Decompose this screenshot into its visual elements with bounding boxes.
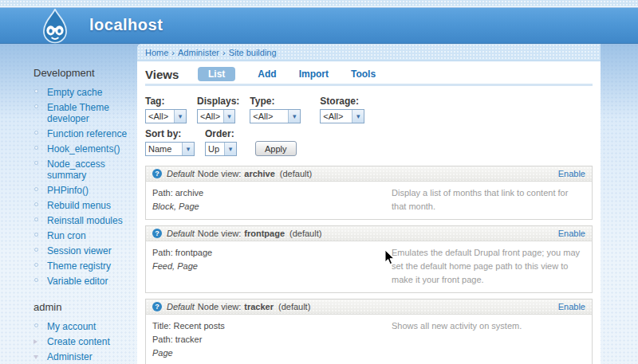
filter-label: Displays: — [197, 96, 239, 107]
breadcrumb-separator: › — [171, 48, 175, 57]
view-title: Title: Recent posts — [152, 319, 392, 333]
enable-link[interactable]: Enable — [558, 169, 585, 178]
drupal-logo-icon[interactable] — [35, 6, 75, 51]
select-value: <All> — [148, 112, 168, 121]
help-icon[interactable]: ? — [152, 302, 162, 311]
sidebar-item-variable-editor[interactable]: Variable editor — [33, 276, 145, 287]
sidebar-item-rebuild-menus[interactable]: Rebuild menus — [33, 200, 145, 211]
view-path: Path: frontpage — [152, 246, 392, 260]
sidebar-item-phpinfo[interactable]: PHPinfo() — [33, 185, 145, 196]
view-path: Path: archive — [152, 186, 392, 200]
sidebar-item-theme-registry[interactable]: Theme registry — [33, 260, 145, 272]
sidebar-item-label[interactable]: Theme registry — [47, 260, 111, 272]
dropdown-arrow-icon: ▾ — [352, 110, 364, 123]
view-row-header: ? Default Node view: tracker (default) E… — [146, 299, 592, 315]
sidebar-item-run-cron[interactable]: Run cron — [33, 230, 145, 241]
sidebar-item-my-account[interactable]: My account — [33, 321, 145, 332]
sidebar-item-enable-theme-developer[interactable]: Enable Theme developer — [33, 102, 145, 124]
filter-row-2: Sort by: Name ▾ Order: Up ▾ Apply — [145, 128, 593, 156]
site-name-link[interactable]: localhost — [89, 16, 163, 34]
view-path: Path: tracker — [152, 333, 392, 346]
collapsed-arrow-icon[interactable] — [33, 336, 47, 344]
order-select[interactable]: Up ▾ — [205, 142, 237, 156]
view-default-suffix: (default) — [289, 229, 321, 238]
sidebar-item-label[interactable]: Create content — [47, 336, 110, 347]
enable-link[interactable]: Enable — [558, 229, 585, 238]
filter-storage: Storage: <All> ▾ — [320, 96, 364, 123]
storage-select[interactable]: <All> ▾ — [320, 109, 364, 123]
sidebar-item-node-access-summary[interactable]: Node_access summary — [33, 159, 145, 181]
sidebar-item-label[interactable]: Reinstall modules — [47, 215, 123, 226]
main-content: Views List Add Import Tools Tag: <All> ▾… — [137, 61, 601, 364]
enable-link[interactable]: Enable — [558, 302, 585, 311]
sidebar-item-function-reference[interactable]: Function reference — [33, 128, 145, 139]
page-title: Views — [145, 68, 193, 81]
type-select[interactable]: <All> ▾ — [250, 109, 301, 123]
dropdown-arrow-icon: ▾ — [224, 143, 236, 155]
view-default-suffix: (default) — [278, 302, 310, 311]
select-value: Name — [148, 144, 171, 154]
view-name: frontpage — [244, 229, 285, 238]
view-displays: Feed, Page — [152, 260, 392, 273]
sidebar-item-administer[interactable]: Administer — [33, 351, 145, 362]
breadcrumb-site-building[interactable]: Site building — [229, 48, 277, 57]
apply-button[interactable]: Apply — [255, 141, 297, 156]
tab-list[interactable]: List — [198, 67, 235, 81]
sidebar-item-label[interactable]: Session viewer — [47, 245, 112, 256]
tab-tools[interactable]: Tools — [351, 68, 376, 80]
view-type-label: Default — [167, 169, 195, 178]
sidebar-item-reinstall-modules[interactable]: Reinstall modules — [33, 215, 145, 226]
help-icon[interactable]: ? — [152, 229, 162, 238]
bullet-icon — [33, 200, 47, 206]
sidebar-item-session-viewer[interactable]: Session viewer — [33, 245, 145, 256]
sidebar: Development Empty cache Enable Theme dev… — [33, 67, 145, 364]
view-displays: Block, Page — [152, 200, 392, 213]
filter-sort-by: Sort by: Name ▾ — [145, 128, 195, 156]
sidebar-item-label[interactable]: Variable editor — [47, 276, 108, 287]
bullet-icon — [33, 245, 47, 252]
tab-add[interactable]: Add — [258, 68, 276, 80]
top-strip — [0, 0, 638, 7]
sidebar-item-label[interactable]: Function reference — [47, 128, 127, 139]
sidebar-item-label[interactable]: My account — [47, 321, 96, 332]
sidebar-item-label[interactable]: Run cron — [47, 230, 86, 241]
select-value: <All> — [200, 112, 220, 121]
sidebar-item-label[interactable]: PHPinfo() — [47, 185, 89, 196]
breadcrumb-home[interactable]: Home — [145, 48, 168, 57]
dropdown-arrow-icon: ▾ — [182, 143, 194, 155]
filter-label: Tag: — [145, 96, 187, 107]
sort-by-select[interactable]: Name ▾ — [145, 142, 195, 156]
view-row-archive: ? Default Node view: archive (default) E… — [145, 166, 593, 220]
breadcrumb-administer[interactable]: Administer — [178, 48, 219, 57]
sidebar-item-hook-elements[interactable]: Hook_elements() — [33, 143, 145, 155]
view-row-tracker: ? Default Node view: tracker (default) E… — [145, 299, 593, 364]
help-icon[interactable]: ? — [152, 169, 162, 178]
tag-select[interactable]: <All> ▾ — [145, 109, 187, 123]
sidebar-item-label[interactable]: Enable Theme developer — [47, 102, 145, 124]
dropdown-arrow-icon: ▾ — [223, 110, 234, 123]
filter-label: Order: — [205, 128, 237, 139]
site-header: localhost — [0, 8, 638, 44]
view-name: tracker — [244, 302, 274, 311]
view-type-label: Default — [167, 302, 195, 311]
sidebar-item-label[interactable]: Rebuild menus — [47, 200, 111, 211]
bullet-icon — [33, 87, 47, 93]
view-kind-label: Node view: — [198, 169, 241, 178]
tab-import[interactable]: Import — [299, 68, 329, 80]
sidebar-item-label[interactable]: Hook_elements() — [47, 143, 120, 155]
views-list: ? Default Node view: archive (default) E… — [145, 166, 593, 364]
tab-bar: List Add Import Tools — [198, 67, 376, 81]
expanded-arrow-icon[interactable] — [33, 351, 47, 359]
sidebar-item-empty-cache[interactable]: Empty cache — [33, 87, 145, 98]
view-row-header: ? Default Node view: frontpage (default)… — [146, 226, 592, 241]
breadcrumb: Home › Administer › Site building — [137, 44, 601, 61]
sidebar-section-title: Development — [33, 67, 145, 79]
sidebar-item-label[interactable]: Empty cache — [47, 87, 102, 98]
sidebar-item-label[interactable]: Node_access summary — [47, 159, 145, 181]
sidebar-item-label[interactable]: Administer — [47, 351, 93, 362]
filter-row-1: Tag: <All> ▾ Displays: <All> ▾ Type: — [145, 96, 593, 123]
filter-form: Tag: <All> ▾ Displays: <All> ▾ Type: — [145, 96, 593, 156]
sidebar-item-create-content[interactable]: Create content — [33, 336, 145, 347]
displays-select[interactable]: <All> ▾ — [197, 109, 235, 123]
bullet-icon — [33, 143, 47, 150]
